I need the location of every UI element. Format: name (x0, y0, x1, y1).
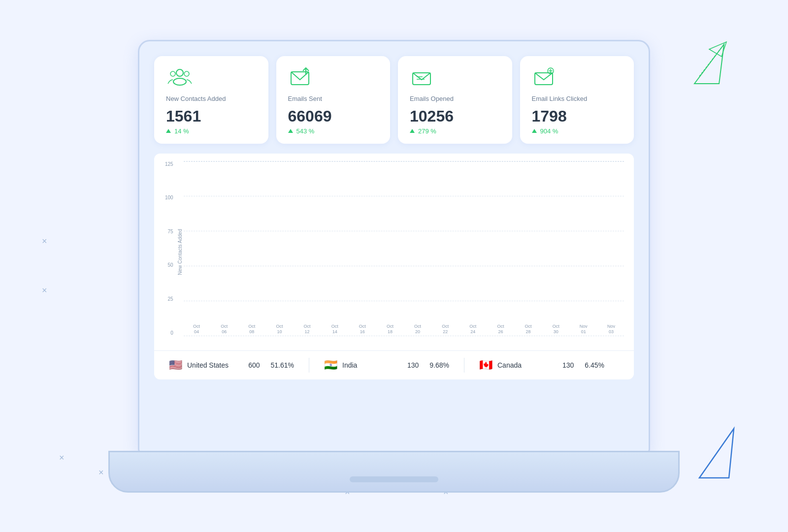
card-emails-opened: Emails Opened 10256 279 % (398, 56, 512, 144)
svg-point-8 (184, 71, 189, 76)
flag-1: 🇮🇳 (324, 359, 337, 372)
x-labels: Oct 04Oct 06Oct 08Oct 10Oct 12Oct 14Oct … (184, 324, 624, 335)
chart-area: New Contacts Added 125 100 75 50 25 0 (154, 154, 634, 350)
footer-bar: 🇺🇸 United States 600 51.61% 🇮🇳 India 130… (154, 350, 634, 379)
arrow-up-icon-3 (410, 129, 415, 133)
flag-2: 🇨🇦 (479, 359, 492, 372)
country-item-0: 🇺🇸 United States 600 51.61% (169, 359, 309, 372)
country-name-1: India (342, 361, 357, 369)
x-label-10: Oct 24 (460, 324, 486, 335)
x-label-6: Oct 16 (350, 324, 375, 335)
email-opened-icon (410, 66, 500, 90)
metric-cards-row: New Contacts Added 1561 14 % Em (154, 56, 634, 144)
x-label-7: Oct 18 (377, 324, 403, 335)
deco-x-4: × (98, 468, 104, 478)
country-count-1: 130 (407, 361, 419, 369)
country-divider-1 (309, 358, 309, 373)
card-emails-sent: Emails Sent 66069 543 % (276, 56, 391, 144)
card-email-links-label: Email Links Clicked (532, 94, 623, 103)
y-axis-label: New Contacts Added (177, 229, 183, 275)
svg-point-6 (173, 78, 186, 85)
x-label-4: Oct 12 (295, 324, 320, 335)
country-name-2: Canada (497, 361, 522, 369)
country-item-2: 🇨🇦 Canada 130 6.45% (479, 359, 619, 372)
svg-marker-0 (694, 44, 724, 84)
card-email-links-value: 1798 (532, 107, 623, 125)
svg-point-5 (176, 69, 183, 76)
card-emails-sent-change: 543 % (288, 127, 379, 135)
country-pct-1: 9.68% (429, 361, 449, 369)
card-emails-opened-change: 279 % (410, 127, 500, 135)
x-label-3: Oct 10 (266, 324, 292, 335)
x-label-1: Oct 06 (211, 324, 237, 335)
chart-grid-bars: Oct 04Oct 06Oct 08Oct 10Oct 12Oct 14Oct … (184, 161, 624, 336)
arrow-up-icon-2 (288, 129, 293, 133)
country-pct-2: 6.45% (585, 361, 604, 369)
arrow-up-icon (166, 129, 171, 133)
laptop-screen: New Contacts Added 1561 14 % Em (138, 40, 650, 453)
x-label-0: Oct 04 (184, 324, 209, 335)
bars-container (184, 161, 624, 336)
country-pct-0: 51.61% (271, 361, 294, 369)
card-new-contacts: New Contacts Added 1561 14 % (154, 56, 268, 144)
x-label-14: Nov 01 (571, 324, 596, 335)
card-email-links-change: 904 % (532, 127, 623, 135)
x-label-12: Oct 28 (516, 324, 541, 335)
card-new-contacts-value: 1561 (166, 107, 257, 125)
x-label-8: Oct 20 (405, 324, 430, 335)
card-emails-opened-value: 10256 (410, 107, 500, 125)
svg-point-7 (170, 71, 175, 76)
card-emails-sent-value: 66069 (288, 107, 379, 125)
country-name-0: United States (187, 361, 229, 369)
y-axis-labels: 125 100 75 50 25 0 (165, 161, 173, 336)
arrow-up-icon-4 (532, 129, 537, 133)
card-email-links: Email Links Clicked 1798 904 % (520, 56, 634, 144)
email-link-clicked-icon (532, 66, 623, 90)
email-sent-icon (288, 66, 379, 90)
chart-inner: 125 100 75 50 25 0 (184, 161, 624, 350)
x-label-11: Oct 26 (488, 324, 513, 335)
paper-plane-top-icon (690, 39, 729, 89)
x-label-15: Nov 03 (598, 324, 624, 335)
country-item-1: 🇮🇳 India 130 9.68% (324, 359, 464, 372)
country-count-2: 130 (562, 361, 574, 369)
deco-x-3: × (59, 453, 65, 463)
x-label-13: Oct 30 (543, 324, 569, 335)
card-emails-sent-label: Emails Sent (288, 94, 379, 103)
paper-plane-bottom-icon (694, 424, 739, 483)
laptop-frame: New Contacts Added 1561 14 % Em (108, 40, 680, 493)
laptop-base (108, 451, 680, 493)
x-label-5: Oct 14 (322, 324, 348, 335)
country-divider-2 (464, 358, 464, 373)
card-emails-opened-label: Emails Opened (410, 94, 500, 103)
x-label-2: Oct 08 (239, 324, 264, 335)
x-label-9: Oct 22 (432, 324, 458, 335)
contacts-icon (166, 66, 257, 90)
flag-0: 🇺🇸 (169, 359, 182, 372)
card-new-contacts-label: New Contacts Added (166, 94, 257, 103)
card-new-contacts-change: 14 % (166, 127, 257, 135)
deco-x-1: × (42, 236, 47, 247)
deco-x-2: × (42, 285, 47, 296)
country-count-0: 600 (248, 361, 260, 369)
grid-line-0 (184, 336, 624, 336)
